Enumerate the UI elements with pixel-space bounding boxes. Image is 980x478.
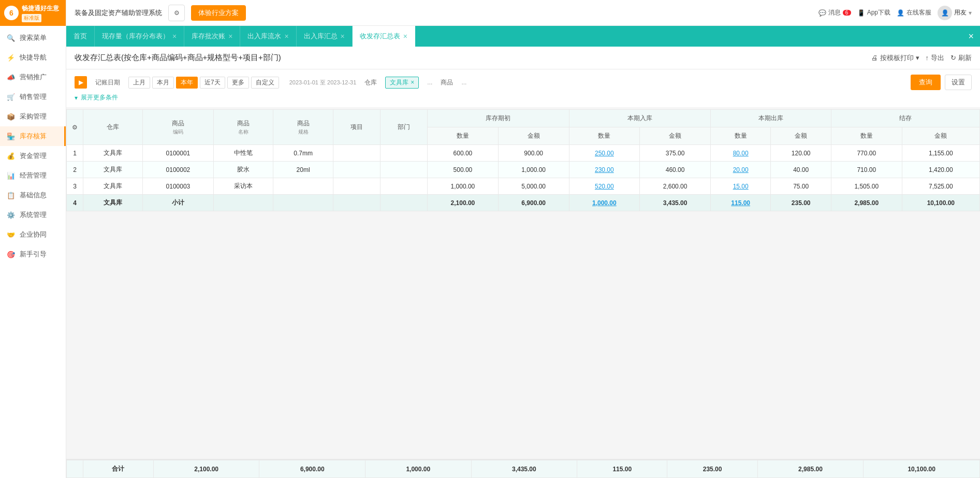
- row-goods-code: 0100001: [143, 145, 214, 162]
- user-label: 用友: [954, 8, 967, 17]
- tab-home[interactable]: 首页: [66, 26, 95, 47]
- sidebar-nav: 🔍 搜索菜单 ⚡ 快捷导航 📣 营销推广 🛒 销售管理 📦 采购管理 🏪 库存核…: [0, 26, 66, 478]
- row-out-qty[interactable]: 15.00: [710, 178, 771, 195]
- row-in-amt: 460.00: [640, 162, 711, 178]
- total-in-qty: 1,000.00: [365, 460, 472, 478]
- sidebar-item-purchase[interactable]: 📦 采购管理: [0, 107, 66, 126]
- expand-more-btn[interactable]: ▾ 展开更多条件: [75, 93, 972, 102]
- basic-icon: 📋: [6, 191, 16, 200]
- column-settings-icon[interactable]: ⚙: [72, 124, 78, 131]
- user-area[interactable]: 👤 用友 ▾: [938, 6, 972, 20]
- row-out-qty[interactable]: 80.00: [710, 145, 771, 162]
- message-badge: 6: [843, 10, 851, 16]
- online-service-btn[interactable]: 👤 在线客服: [897, 8, 931, 17]
- tab-recv-send-label: 收发存汇总表: [360, 32, 400, 41]
- subtotal-in-amt: 3,435.00: [640, 195, 711, 211]
- table-row: 1 文具库 0100001 中性笔 0.7mm 600.00 900.00 25…: [67, 145, 980, 162]
- total-out-amt: 235.00: [667, 460, 757, 478]
- date-btn-more[interactable]: 更多: [227, 77, 249, 89]
- settings-icon-btn[interactable]: ⚙: [168, 5, 185, 21]
- warehouse-ellipsis[interactable]: ...: [427, 79, 432, 86]
- sidebar-item-collab[interactable]: 🤝 企业协同: [0, 225, 66, 244]
- sidebar-item-finance[interactable]: 💰 资金管理: [0, 146, 66, 166]
- sidebar-item-system[interactable]: ⚙️ 系统管理: [0, 205, 66, 225]
- row-in-qty[interactable]: 520.00: [569, 178, 640, 195]
- th-settings[interactable]: ⚙: [67, 110, 83, 145]
- tab-batch-label: 库存批次账: [192, 32, 225, 41]
- sidebar-item-inventory[interactable]: 🏪 库存核算: [0, 126, 66, 146]
- top-header: 装备及固定资产辅助管理系统 ⚙ 体验行业方案 💬 消息 6 📱 App下载 👤 …: [66, 0, 980, 26]
- quick-nav-icon: ⚡: [6, 53, 16, 62]
- tab-inventory-dist-close[interactable]: ×: [172, 32, 177, 40]
- sidebar-logo: 6 畅捷通好生意 标准版: [0, 0, 66, 26]
- goods-ellipsis[interactable]: ...: [461, 79, 466, 86]
- system-icon: ⚙️: [6, 210, 16, 220]
- th-open-amt: 金额: [498, 127, 569, 145]
- subtotal-empty1: [213, 195, 273, 211]
- date-label: 记账日期: [95, 78, 120, 87]
- print-icon: 🖨: [871, 54, 878, 62]
- date-btn-this-year[interactable]: 本年: [176, 77, 198, 89]
- subtotal-num: 4: [67, 195, 83, 211]
- th-goods-name: 商品名称: [213, 110, 273, 145]
- avatar: 👤: [938, 6, 952, 20]
- date-btn-last-month[interactable]: 上月: [128, 77, 150, 89]
- tab-recv-send-close[interactable]: ×: [403, 32, 407, 40]
- subtotal-open-qty: 2,100.00: [428, 195, 499, 211]
- tab-inout-flow-close[interactable]: ×: [284, 32, 288, 40]
- message-btn[interactable]: 💬 消息 6: [818, 8, 851, 17]
- sidebar-item-sales[interactable]: 🛒 销售管理: [0, 87, 66, 107]
- row-open-amt: 900.00: [498, 145, 569, 162]
- row-in-qty[interactable]: 250.00: [569, 145, 640, 162]
- date-btn-7days[interactable]: 近7天: [200, 77, 225, 89]
- date-btn-this-month[interactable]: 本月: [152, 77, 174, 89]
- filter-settings-button[interactable]: 设置: [945, 75, 972, 90]
- row-dept: [381, 178, 428, 195]
- experience-button[interactable]: 体验行业方案: [191, 5, 246, 21]
- tab-batch[interactable]: 库存批次账 ×: [184, 26, 240, 47]
- tab-inventory-dist[interactable]: 现存量（库存分布表） ×: [95, 26, 184, 47]
- sidebar-item-guide[interactable]: 🎯 新手引导: [0, 244, 66, 264]
- row-bal-qty: 710.00: [831, 162, 902, 178]
- print-btn[interactable]: 🖨 按模板打印 ▾: [871, 53, 919, 63]
- tab-close-all-btn[interactable]: ×: [962, 31, 980, 42]
- sidebar-item-basic[interactable]: 📋 基础信息: [0, 185, 66, 205]
- tab-inout-summary[interactable]: 出入库汇总 ×: [297, 26, 353, 47]
- subtotal-out-qty[interactable]: 115.00: [710, 195, 771, 211]
- subtotal-empty4: [381, 195, 428, 211]
- th-opening: 库存期初: [428, 110, 569, 127]
- row-goods-spec: 20ml: [273, 162, 333, 178]
- sidebar-item-search[interactable]: 🔍 搜索菜单: [0, 28, 66, 48]
- refresh-btn[interactable]: ↻ 刷新: [950, 53, 972, 63]
- warehouse-remove-btn[interactable]: ×: [411, 79, 414, 86]
- sidebar-item-label: 快捷导航: [20, 53, 47, 62]
- query-button[interactable]: 查询: [911, 75, 941, 90]
- row-num: 1: [67, 145, 83, 162]
- row-project: [333, 162, 381, 178]
- tab-batch-close[interactable]: ×: [228, 32, 232, 40]
- system-name: 装备及固定资产辅助管理系统: [75, 8, 162, 18]
- sidebar-item-operation[interactable]: 📊 经营管理: [0, 166, 66, 185]
- th-project: 项目: [333, 110, 381, 145]
- tab-inout-summary-close[interactable]: ×: [341, 32, 345, 40]
- row-open-amt: 1,000.00: [498, 162, 569, 178]
- total-bal-qty: 2,985.00: [757, 460, 864, 478]
- date-btn-custom[interactable]: 自定义: [251, 77, 279, 89]
- total-open-amt: 6,900.00: [259, 460, 365, 478]
- tab-inout-flow[interactable]: 出入库流水 ×: [240, 26, 296, 47]
- service-icon: 👤: [897, 9, 904, 17]
- subtotal-in-qty[interactable]: 1,000.00: [569, 195, 640, 211]
- sidebar-item-marketing[interactable]: 📣 营销推广: [0, 67, 66, 87]
- tab-recv-send[interactable]: 收发存汇总表 ×: [353, 26, 415, 47]
- th-in: 本期入库: [569, 110, 710, 127]
- sidebar-item-label: 经营管理: [20, 171, 47, 180]
- row-out-qty[interactable]: 20.00: [710, 162, 771, 178]
- row-in-qty[interactable]: 230.00: [569, 162, 640, 178]
- logo-text: 畅捷通好生意 标准版: [22, 4, 59, 22]
- subtotal-bal-qty: 2,985.00: [831, 195, 902, 211]
- warehouse-label: 仓库: [364, 78, 377, 87]
- app-download-btn[interactable]: 📱 App下载: [857, 8, 890, 17]
- export-btn[interactable]: ↑ 导出: [926, 53, 945, 63]
- expand-arrow-btn[interactable]: ▶: [75, 76, 87, 89]
- sidebar-item-quick-nav[interactable]: ⚡ 快捷导航: [0, 48, 66, 67]
